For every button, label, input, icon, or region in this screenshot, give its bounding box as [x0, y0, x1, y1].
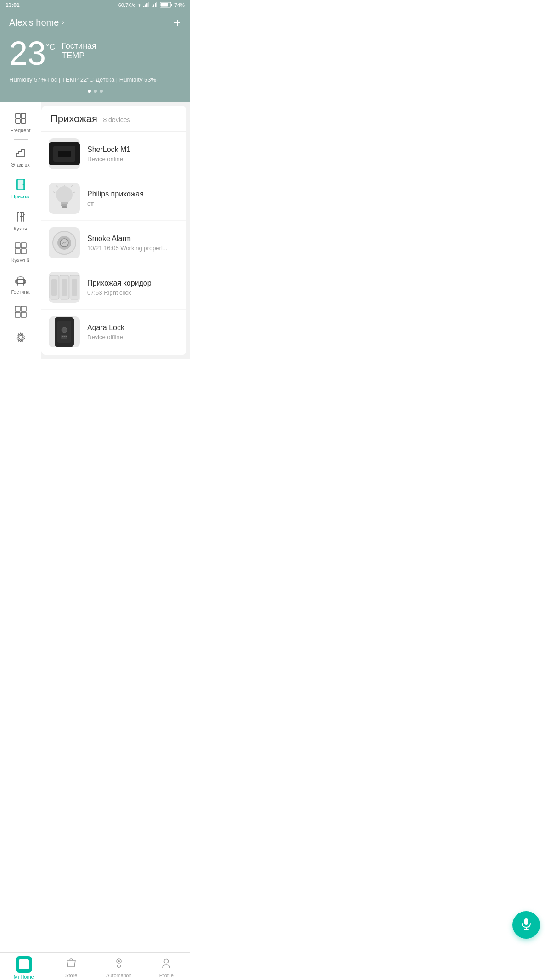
svg-rect-28: [15, 249, 20, 254]
svg-rect-45: [61, 204, 67, 206]
stairs-icon: [13, 146, 28, 160]
device-info-aqara: Aqara Lock Device offline: [87, 324, 179, 341]
svg-rect-35: [15, 306, 20, 311]
device-item-sherlock[interactable]: SherLock M1 Device online: [41, 132, 186, 176]
aqara-lock-shape: [55, 317, 74, 347]
device-info-philips: Philips прихожая off: [87, 190, 179, 207]
humidity-bar: Humidity 57%-Гос | ТЕМР 22°C-Детска | Hu…: [9, 76, 181, 83]
svg-rect-7: [156, 2, 157, 7]
temp-type-label: ТЕМР: [62, 51, 96, 61]
smoke-alarm-shape: [52, 231, 76, 255]
sidebar-item-kukhnya[interactable]: Кухня: [0, 205, 41, 236]
svg-rect-26: [15, 243, 20, 248]
device-status-corridor: 07:53 Right click: [87, 289, 179, 296]
smoke-inner: [57, 236, 71, 250]
sherlock-thumbnail: [49, 138, 80, 169]
device-name-corridor: Прихожая коридор: [87, 279, 179, 287]
device-item-philips[interactable]: Philips прихожая off: [41, 176, 186, 221]
svg-rect-27: [21, 243, 26, 248]
signal-icon: [143, 2, 150, 8]
svg-rect-12: [21, 113, 26, 118]
dot-2[interactable]: [94, 90, 97, 93]
svg-rect-36: [21, 306, 26, 311]
device-info-smoke: Smoke Alarm 10/21 16:05 Working properl.…: [87, 235, 179, 252]
hero-section: Alex's home › + 23 °C Гостиная ТЕМР Humi…: [0, 10, 190, 102]
svg-line-50: [53, 192, 55, 193]
svg-rect-42: [58, 151, 71, 157]
svg-point-43: [56, 186, 73, 203]
sidebar-label-prikhozh: Прихож: [11, 194, 29, 200]
home-title[interactable]: Alex's home ›: [9, 17, 64, 28]
svg-point-18: [22, 184, 24, 185]
device-item-smoke[interactable]: Smoke Alarm 10/21 16:05 Working properl.…: [41, 221, 186, 265]
svg-rect-13: [16, 119, 20, 123]
sidebar-item-frequent[interactable]: Frequent: [0, 106, 41, 138]
svg-rect-56: [51, 279, 57, 296]
svg-point-61: [62, 327, 67, 333]
status-right: 60.7K/c ∗ 74%: [118, 2, 185, 9]
svg-point-64: [64, 336, 65, 337]
door-icon: [13, 177, 28, 192]
sidebar-divider-1: [14, 139, 28, 140]
home-name-label: Alex's home: [9, 17, 59, 28]
svg-rect-58: [72, 279, 77, 296]
svg-line-49: [71, 185, 73, 187]
svg-rect-3: [148, 2, 149, 7]
page-dots: [9, 90, 181, 93]
temperature-unit: °C: [46, 42, 55, 52]
svg-rect-11: [16, 113, 20, 118]
svg-rect-37: [15, 312, 20, 317]
status-bar: 13:01 60.7K/c ∗: [0, 0, 190, 10]
bluetooth-icon: ∗: [137, 2, 141, 8]
svg-rect-57: [62, 279, 67, 296]
device-name-sherlock: SherLock M1: [87, 146, 179, 154]
sofa-icon: [13, 273, 28, 287]
svg-rect-29: [21, 249, 26, 254]
svg-rect-2: [146, 3, 148, 7]
device-count: 8 devices: [103, 116, 130, 123]
svg-line-51: [73, 192, 75, 193]
weather-labels: Гостиная ТЕМР: [62, 41, 96, 61]
device-item-aqara[interactable]: Aqara Lock Device offline: [41, 310, 186, 354]
sidebar-item-gostina[interactable]: Гостина: [0, 268, 41, 300]
svg-rect-4: [152, 6, 153, 7]
dot-3[interactable]: [100, 90, 103, 93]
device-status-aqara: Device offline: [87, 334, 179, 341]
smoke-thumbnail: [49, 227, 80, 258]
svg-rect-5: [153, 5, 154, 8]
sidebar-label-etazh: Этаж вх: [11, 162, 30, 168]
philips-thumbnail: [49, 183, 80, 214]
sidebar-item-etazh[interactable]: Этаж вх: [0, 141, 41, 173]
corridor-thumbnail: [49, 272, 80, 303]
svg-point-39: [19, 336, 22, 339]
add-device-button[interactable]: +: [174, 17, 181, 28]
dot-1[interactable]: [88, 90, 91, 93]
sidebar-item-kukhnya-b[interactable]: Кухня б: [0, 236, 41, 268]
device-item-corridor[interactable]: Прихожая коридор 07:53 Right click: [41, 265, 186, 310]
device-name-aqara: Aqara Lock: [87, 324, 179, 332]
svg-rect-44: [61, 202, 68, 204]
grid-small-icon: [13, 241, 28, 256]
svg-rect-6: [155, 3, 156, 7]
utensils-icon: [13, 209, 28, 224]
aqara-thumbnail: [49, 316, 80, 347]
sidebar-label-kukhnya-b: Кухня б: [11, 258, 29, 263]
home-chevron-icon: ›: [62, 18, 64, 27]
svg-rect-9: [171, 4, 172, 6]
sidebar-item-prikhozh[interactable]: Прихож: [0, 173, 41, 204]
sidebar-item-settings[interactable]: [0, 325, 41, 351]
grid-icon: [13, 111, 28, 126]
device-status-philips: off: [87, 200, 179, 207]
room-header: Прихожая 8 devices: [41, 106, 186, 132]
device-list: SherLock M1 Device online: [41, 132, 186, 354]
svg-rect-0: [143, 6, 145, 7]
device-status-sherlock: Device online: [87, 156, 179, 162]
svg-rect-10: [160, 3, 168, 6]
sidebar-item-extra[interactable]: [0, 300, 41, 325]
temperature-display: 23 °C: [9, 37, 55, 70]
gear-icon: [13, 330, 28, 345]
svg-rect-14: [21, 119, 26, 123]
room-name-label: Гостиная: [62, 41, 96, 51]
svg-rect-46: [62, 206, 67, 208]
svg-line-47: [56, 185, 58, 187]
